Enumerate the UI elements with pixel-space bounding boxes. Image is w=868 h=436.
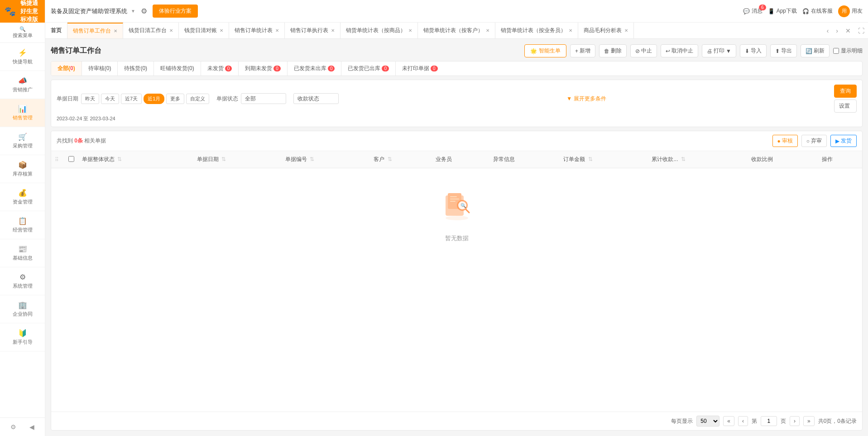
sidebar-item-base-info[interactable]: 📰 基础信息 [0,239,45,267]
tab-cash-reconcile[interactable]: 钱货日清对账 ✕ [179,23,229,39]
tab-sales-order-workspace[interactable]: 销售订单工作台 ✕ [67,23,123,39]
total-info: 共0页，0条记录 [818,417,857,425]
page-size-select[interactable]: 50 10 20 100 [696,416,719,427]
export-button[interactable]: ⬆ 导出 [770,44,797,57]
topbar-solution-button[interactable]: 体验行业方案 [153,5,198,18]
tabs-scroll-right[interactable]: › [832,23,842,39]
filter-status-select[interactable]: 全部 待审核 已审核 [241,93,286,104]
sub-tab-pending-inspect[interactable]: 待拣货(0) [118,62,154,76]
tab-product-margin[interactable]: 商品毛利分析表 ✕ [578,23,634,39]
tabs-scroll-left[interactable]: ‹ [823,23,833,39]
topbar-settings-icon[interactable]: ⚙ [139,5,149,17]
tab-close-sales-order-exec[interactable]: ✕ [331,28,335,33]
review-button[interactable]: ● 审核 [772,135,798,147]
date-btn-1month[interactable]: 近1月 [144,94,164,104]
sidebar-item-finance[interactable]: 💰 资金管理 [0,183,45,211]
sub-tab-all[interactable]: 全部(0) [51,62,82,76]
page-number-input[interactable] [761,416,777,426]
filter-settings-button[interactable]: 设置 [834,100,857,113]
table-scroll[interactable]: ⠿ 单据整体状态 ⇅ 单据日期 ⇅ [51,151,862,412]
app-download-item[interactable]: 📱 App下载 [768,7,797,15]
page-next-btn[interactable]: › [790,416,800,426]
page-prev-btn[interactable]: ‹ [738,416,748,426]
tab-sales-stat-product[interactable]: 销货单统计表（按商品） ✕ [340,23,418,39]
tab-close-cash-reconcile[interactable]: ✕ [220,28,223,33]
tab-close-sales-stat-product[interactable]: ✕ [408,28,412,33]
ship-button[interactable]: ▶ 发货 [830,135,857,147]
import-button[interactable]: ⬇ 导入 [740,44,767,57]
tab-close-product-margin[interactable]: ✕ [624,28,628,33]
page-first-btn[interactable]: « [723,416,734,426]
page-last-btn[interactable]: » [803,416,815,426]
pagination: 每页显示 50 10 20 100 « ‹ 第 页 › » 共0页，0条记录 [51,412,862,430]
tab-close-sales-order-stat[interactable]: ✕ [275,28,279,33]
filter-expand-btn[interactable]: ▼ 展开更多条件 [566,95,606,103]
tab-sales-stat-staff[interactable]: 销货单统计表（按业务员） ✕ [495,23,578,39]
filter-payment-select[interactable]: 收款状态已收款部分收款未收款 [293,93,339,104]
plus-icon: + [575,48,578,54]
sub-tab-wangpu[interactable]: 旺铺待发货(0) [154,62,201,76]
col-amount[interactable]: 订单金额 ⇅ [560,151,648,168]
sidebar-item-operations[interactable]: 📋 经营管理 [0,211,45,239]
smart-generate-button[interactable]: 🌟 智能生单 [524,44,566,57]
page-suffix: 页 [781,417,786,425]
sub-tab-not-shipped[interactable]: 未发货0 [201,62,239,76]
sidebar-item-marketing[interactable]: 📣 营销推广 [0,71,45,99]
date-btn-more[interactable]: 更多 [166,94,184,104]
sub-tab-overdue-not-shipped[interactable]: 到期未发货0 [239,62,288,76]
sub-tab-pending-review[interactable]: 待审核(0) [82,62,118,76]
show-detail-label[interactable]: 显示明细 [833,47,863,55]
tab-sales-stat-customer[interactable]: 销货单统计表（按客户） ✕ [418,23,495,39]
sidebar-item-enterprise[interactable]: 🏢 企业协同 [0,295,45,323]
sidebar-item-inventory[interactable]: 📦 库存核算 [0,155,45,183]
tabs-close-all[interactable]: ✕ [842,23,854,39]
date-btn-7days[interactable]: 近7天 [121,94,142,104]
system-icon: ⚙ [19,273,26,281]
sidebar-item-sales[interactable]: 📊 销售管理 [0,99,45,127]
tab-sales-order-exec[interactable]: 销售订单执行表 ✕ [285,23,340,39]
tab-close-sales-stat-customer[interactable]: ✕ [486,28,489,33]
select-all-checkbox[interactable] [68,156,74,162]
tab-home[interactable]: 首页 [45,23,67,39]
delete-button[interactable]: 🗑 删除 [599,44,627,57]
col-customer[interactable]: 客户 ⇅ [370,151,432,168]
refresh-button[interactable]: 🔄 刷新 [801,44,830,57]
print-button[interactable]: 🖨 打印 ▼ [702,44,736,57]
stop-button[interactable]: ⊘ 中止 [630,44,657,57]
sidebar-item-guide[interactable]: 🔰 新手引导 [0,323,45,351]
show-detail-checkbox[interactable] [833,48,839,54]
col-number[interactable]: 单据编号 ⇅ [282,151,370,168]
col-collected[interactable]: 累计收款... ⇅ [648,151,748,168]
sidebar-item-system[interactable]: ⚙ 系统管理 [0,267,45,295]
sub-tab-shipped-not-out[interactable]: 已发货未出库0 [288,62,342,76]
tabs-fullscreen[interactable]: ⛶ [854,23,868,39]
sidebar-search[interactable]: 🔍 搜索菜单 [0,23,45,43]
col-checkbox[interactable] [65,151,78,168]
filter-status-label: 单据状态 [216,95,238,103]
col-operation: 操作 [818,151,862,168]
sidebar-item-quick-nav[interactable]: ⚡ 快捷导航 [0,43,45,71]
sidebar-nav: ⚡ 快捷导航 📣 营销推广 📊 销售管理 🛒 采购管理 📦 库存核算 💰 资金管… [0,43,45,417]
topbar-left: 装备及固定资产辅助管理系统 ▼ ⚙ 体验行业方案 [51,5,198,18]
cancel-stop-button[interactable]: ↩ 取消中止 [661,44,698,57]
sidebar-settings-btn[interactable]: ⚙ [9,422,18,432]
col-date[interactable]: 单据日期 ⇅ [193,151,282,168]
tab-close-sales-stat-staff[interactable]: ✕ [569,28,572,33]
tab-close-cash-daily[interactable]: ✕ [169,28,173,33]
sidebar-item-purchase[interactable]: 🛒 采购管理 [0,127,45,155]
add-button[interactable]: + 新增 [570,44,595,57]
messages-item[interactable]: 💬 消息 6 [743,7,762,15]
sub-tab-shipped-out[interactable]: 已发货已出库0 [341,62,396,76]
tab-sales-order-stat[interactable]: 销售订单统计表 ✕ [229,23,285,39]
tab-cash-daily[interactable]: 钱货日清工作台 ✕ [123,23,179,39]
query-button[interactable]: 查询 [834,85,857,98]
online-service-item[interactable]: 🎧 在线客服 [802,7,833,15]
sidebar-collapse-btn[interactable]: ◀ [28,422,36,432]
date-btn-today[interactable]: 今天 [101,94,119,104]
date-btn-custom[interactable]: 自定义 [186,94,209,104]
tab-close-sales-order-workspace[interactable]: ✕ [114,28,117,33]
sub-tab-not-printed[interactable]: 未打印单据0 [396,62,444,76]
date-btn-yesterday[interactable]: 昨天 [81,94,99,104]
user-item[interactable]: 用 用友 [838,5,863,17]
unreviewed-button[interactable]: ○ 弃审 [801,135,827,147]
